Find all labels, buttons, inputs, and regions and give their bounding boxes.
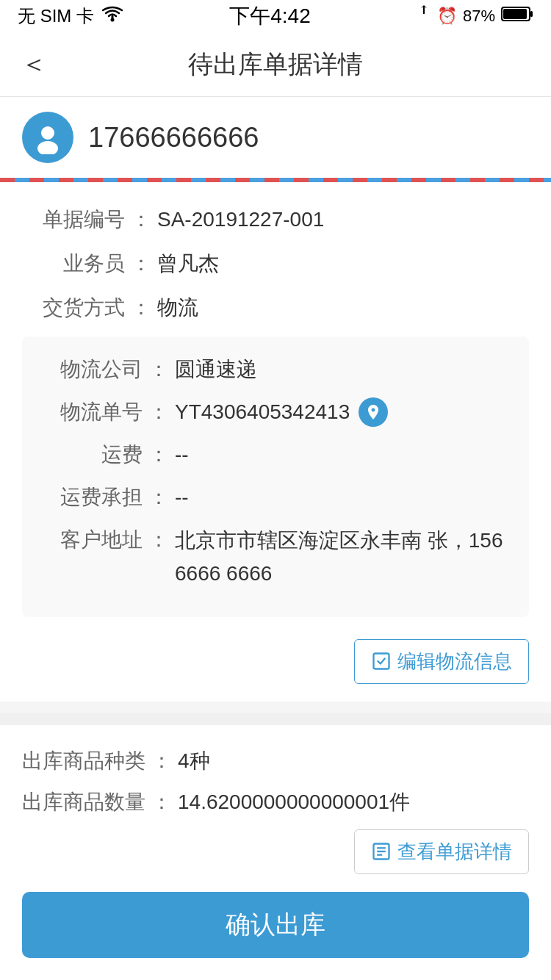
carrier-text: 无 SIM 卡 — [18, 4, 94, 28]
goods-types-label: 出库商品种类 — [22, 747, 145, 775]
logistics-company-value: 圆通速递 — [175, 354, 511, 385]
logistics-freight-bearer-row: 运费承担 ： -- — [40, 482, 511, 513]
alarm-icon: ⏰ — [437, 7, 457, 26]
edit-logistics-button[interactable]: 编辑物流信息 — [354, 639, 529, 684]
view-order-detail-label: 查看单据详情 — [397, 839, 512, 865]
salesperson-value: 曾凡杰 — [157, 248, 529, 279]
view-order-detail-button[interactable]: 查看单据详情 — [354, 829, 529, 874]
view-btn-row: 查看单据详情 — [22, 829, 529, 874]
section-divider — [0, 713, 551, 725]
logistics-freight-bearer-label: 运费承担 — [40, 482, 143, 513]
logistics-box: 物流公司 ： 圆通速递 物流单号 ： YT43064053424​13 运费 — [22, 336, 529, 617]
logistics-tracking-row: 物流单号 ： YT43064053424​13 — [40, 397, 511, 428]
status-time: 下午4:42 — [229, 2, 311, 30]
goods-quantity-row: 出库商品数量 ： 14.620000000000​0001件 — [22, 788, 529, 816]
order-info-section: 单据编号 ： SA-20191227-001 业务员 ： 曾凡杰 交货方式 ： … — [0, 182, 551, 702]
logistics-freight-value: -- — [175, 439, 511, 470]
svg-rect-3 — [503, 9, 527, 19]
salesperson-label: 业务员 — [22, 248, 125, 279]
track-location-button[interactable] — [359, 397, 388, 427]
confirm-outbound-button[interactable]: 确认出库 — [22, 892, 529, 958]
status-bar: 无 SIM 卡 下午4:42 ⏰ 87% — [0, 0, 551, 32]
logistics-freight-row: 运费 ： -- — [40, 439, 511, 470]
logistics-address-label: 客户地址 — [40, 525, 143, 555]
svg-rect-4 — [530, 11, 533, 17]
logistics-address-value: 北京市市辖区海淀区永丰南 张，156 6666 6666 — [175, 525, 511, 591]
logistics-tracking-value: YT43064053424​13 — [175, 397, 511, 428]
logistics-tracking-label: 物流单号 — [40, 397, 143, 428]
goods-section: 出库商品种类 ： 4种 出库商品数量 ： 14.620000000000​000… — [0, 725, 551, 889]
order-no-row: 单据编号 ： SA-20191227-001 — [22, 204, 529, 235]
logistics-company-row: 物流公司 ： 圆通速递 — [40, 354, 511, 385]
edit-btn-row: 编辑物流信息 — [22, 632, 529, 687]
nav-bar: ＜ 待出库单据详情 — [0, 32, 551, 97]
salesperson-row: 业务员 ： 曾凡杰 — [22, 248, 529, 279]
order-no-label: 单据编号 — [22, 204, 125, 235]
delivery-method-value: 物流 — [157, 292, 529, 323]
logistics-address-row: 客户地址 ： 北京市市辖区海淀区永丰南 张，156 6666 6666 — [40, 525, 511, 591]
status-right: ⏰ 87% — [417, 5, 533, 27]
svg-point-0 — [111, 18, 115, 22]
delivery-method-row: 交货方式 ： 物流 — [22, 292, 529, 323]
goods-quantity-value: 14.620000000000​0001件 — [178, 788, 529, 816]
logistics-company-label: 物流公司 — [40, 354, 143, 385]
svg-point-6 — [41, 126, 54, 140]
avatar — [22, 112, 73, 163]
goods-types-row: 出库商品种类 ： 4种 — [22, 747, 529, 775]
goods-types-value: 4种 — [178, 747, 529, 775]
wifi-icon — [101, 6, 123, 26]
confirm-btn-wrapper: 确认出库 — [0, 877, 551, 980]
location-icon — [417, 5, 431, 27]
battery-icon — [501, 6, 533, 26]
goods-quantity-label: 出库商品数量 — [22, 788, 145, 816]
edit-logistics-label: 编辑物流信息 — [397, 649, 512, 674]
logistics-freight-bearer-value: -- — [175, 482, 511, 513]
svg-rect-8 — [374, 654, 389, 669]
back-button[interactable]: ＜ — [21, 46, 47, 82]
page-title: 待出库单据详情 — [188, 48, 363, 82]
status-left: 无 SIM 卡 — [18, 4, 123, 28]
confirm-btn-label: 确认出库 — [226, 908, 325, 942]
delivery-method-label: 交货方式 — [22, 292, 125, 323]
logistics-freight-label: 运费 — [40, 439, 143, 470]
order-no-value: SA-20191227-001 — [157, 204, 529, 235]
user-phone: 17666666666 — [88, 122, 259, 154]
battery-text: 87% — [463, 7, 495, 26]
user-section: 17666666666 — [0, 97, 551, 178]
